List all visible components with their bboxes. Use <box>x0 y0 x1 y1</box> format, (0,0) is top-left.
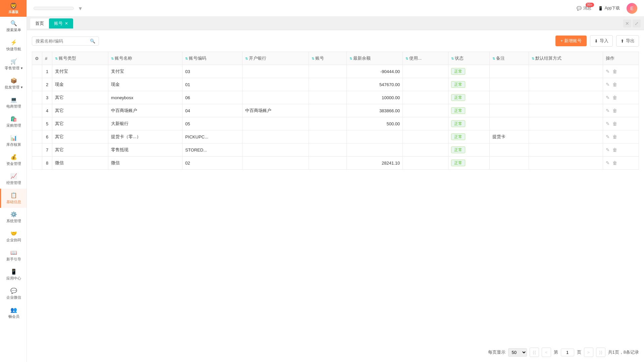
search-input[interactable] <box>36 39 88 44</box>
sidebar-label-ecommerce: 电商管理 <box>6 104 21 109</box>
col-usage[interactable]: ⇅使用... <box>403 52 448 65</box>
edit-icon-7[interactable]: ✎ <box>606 160 610 166</box>
status-badge-4: 正常 <box>451 120 465 127</box>
row-type-1: 现金 <box>52 78 108 91</box>
tab-close-icon[interactable]: ✕ <box>65 21 68 26</box>
sidebar-item-finance[interactable]: 💰 资金管理 <box>0 150 26 170</box>
sidebar-icon-app-center: 📱 <box>10 268 17 275</box>
col-code[interactable]: ⇅账号编码 <box>182 52 243 65</box>
row-type-6: 其它 <box>52 143 108 157</box>
global-search-box[interactable] <box>34 7 74 10</box>
sidebar-item-quick-nav[interactable]: ⚡ 快捷导航 <box>0 36 26 55</box>
pagination: 每页显示 50 100 ⟨⟨ ＜ 第 页 ＞ ⟩⟩ 共1页，8条记录 <box>32 348 639 357</box>
app-subtitle: 乐嘉版 <box>8 10 18 14</box>
row-status-6: 正常 <box>448 143 489 157</box>
sidebar-item-basic-info[interactable]: 📋 基础信息 <box>0 189 26 208</box>
close-window-icon[interactable]: ✕ <box>623 19 631 27</box>
edit-icon-0[interactable]: ✎ <box>606 69 610 74</box>
col-account[interactable]: ⇅账号 <box>309 52 347 65</box>
row-remark-7 <box>490 157 529 170</box>
col-bank[interactable]: ⇅开户银行 <box>243 52 309 65</box>
edit-icon-5[interactable]: ✎ <box>606 134 610 139</box>
maximize-window-icon[interactable]: ⤢ <box>633 19 641 27</box>
first-page-button[interactable]: ⟨⟨ <box>530 348 539 357</box>
page-number-input[interactable] <box>561 349 574 356</box>
row-code-5: PICKUPC... <box>182 130 243 143</box>
delete-icon-4[interactable]: 🗑 <box>612 121 617 126</box>
col-settings[interactable]: ⚙ <box>32 52 42 65</box>
col-type[interactable]: ⇅账号类型 <box>52 52 108 65</box>
col-settlement[interactable]: ⇅默认结算方式 <box>529 52 603 65</box>
row-no-6: 7 <box>42 143 52 157</box>
sidebar-label-purchase: 采购管理 <box>6 123 21 128</box>
tab-home[interactable]: 首页 <box>30 18 49 28</box>
sidebar-item-guide[interactable]: 📖 新手引导 <box>0 246 26 265</box>
sidebar-label-finance: 资金管理 <box>6 161 21 166</box>
sidebar-item-enterprise-wechat[interactable]: 💬 企业微信 <box>0 284 26 303</box>
col-status[interactable]: ⇅状态 <box>448 52 489 65</box>
sidebar-item-purchase[interactable]: 🛍️ 采购管理 <box>0 112 26 131</box>
row-settlement-4 <box>529 117 603 130</box>
app-download-button[interactable]: 📱 App下载 <box>598 5 620 11</box>
row-balance-6 <box>347 143 403 157</box>
edit-icon-6[interactable]: ✎ <box>606 147 610 153</box>
row-no-3: 4 <box>42 104 52 117</box>
col-balance[interactable]: ⇅最新余额 <box>347 52 403 65</box>
next-page-button[interactable]: ＞ <box>584 348 593 357</box>
sidebar-item-search-menu[interactable]: 🔍 搜索菜单 <box>0 17 26 36</box>
app-logo: 🦁 乐嘉版 <box>0 0 26 17</box>
row-balance-5 <box>347 130 403 143</box>
total-label: 共1页，8条记录 <box>608 349 639 355</box>
export-button[interactable]: ⬆ 导出 <box>616 35 639 47</box>
delete-icon-5[interactable]: 🗑 <box>612 134 617 139</box>
row-no-4: 5 <box>42 117 52 130</box>
tab-account[interactable]: 账号 ✕ <box>49 18 73 28</box>
row-remark-5: 提货卡 <box>490 130 529 143</box>
row-name-4: 大新银行 <box>108 117 182 130</box>
row-code-7: 02 <box>182 157 243 170</box>
row-settlement-5 <box>529 130 603 143</box>
add-account-button[interactable]: + 新增账号 <box>555 36 587 46</box>
edit-icon-3[interactable]: ✎ <box>606 108 610 113</box>
sidebar-label-wholesale: 批发管理 ▾ <box>5 85 22 90</box>
sidebar-label-quick-nav: 快捷导航 <box>6 47 21 52</box>
edit-icon-2[interactable]: ✎ <box>606 95 610 100</box>
sidebar-label-guide: 新手引导 <box>6 257 21 262</box>
sidebar-item-ecommerce[interactable]: 💻 电商管理 <box>0 93 26 112</box>
row-usage-5 <box>403 130 448 143</box>
sidebar-label-system: 系统管理 <box>6 219 21 224</box>
row-bank-6 <box>243 143 309 157</box>
sidebar-item-operations[interactable]: 📈 经营管理 <box>0 170 26 189</box>
import-button[interactable]: ⬇ 导入 <box>590 35 613 47</box>
avatar-initial: E <box>630 6 633 11</box>
user-avatar[interactable]: E <box>627 3 637 14</box>
sidebar-item-app-center[interactable]: 📱 应用中心 <box>0 265 26 284</box>
sidebar-item-wholesale[interactable]: 📦 批发管理 ▾ <box>0 74 26 93</box>
last-page-button[interactable]: ⟩⟩ <box>596 348 605 357</box>
prev-page-button[interactable]: ＜ <box>542 348 551 357</box>
delete-icon-6[interactable]: 🗑 <box>612 147 617 153</box>
sidebar-item-enterprise[interactable]: 🤝 企业协同 <box>0 227 26 246</box>
table-row: 3 其它 moneybosx 06 10000.00 正常 ✎ 🗑 <box>32 91 639 104</box>
col-remark[interactable]: ⇅备注 <box>490 52 529 65</box>
messages-button[interactable]: 💬 消息 99+ <box>577 5 591 11</box>
page-size-select[interactable]: 50 100 <box>508 348 527 357</box>
delete-icon-2[interactable]: 🗑 <box>612 95 617 100</box>
row-usage-0 <box>403 65 448 78</box>
dropdown-icon[interactable]: ▾ <box>79 5 82 12</box>
row-balance-1: 547670.00 <box>347 78 403 91</box>
delete-icon-3[interactable]: 🗑 <box>612 108 617 113</box>
row-bank-3: 中百商场账户 <box>243 104 309 117</box>
sidebar-item-system[interactable]: ⚙️ 系统管理 <box>0 208 26 227</box>
row-code-3: 04 <box>182 104 243 117</box>
delete-icon-7[interactable]: 🗑 <box>612 160 617 166</box>
col-name[interactable]: ⇅账号名称 <box>108 52 182 65</box>
sidebar-item-retail[interactable]: 🛒 零售管理 ▾ <box>0 55 26 74</box>
sidebar-item-members[interactable]: 👥 畅会员 <box>0 303 26 322</box>
sidebar-label-basic-info: 基础信息 <box>6 199 21 204</box>
edit-icon-4[interactable]: ✎ <box>606 121 610 126</box>
delete-icon-1[interactable]: 🗑 <box>612 82 617 87</box>
delete-icon-0[interactable]: 🗑 <box>612 69 617 74</box>
edit-icon-1[interactable]: ✎ <box>606 82 610 87</box>
sidebar-item-inventory[interactable]: 📊 库存核算 <box>0 131 26 150</box>
